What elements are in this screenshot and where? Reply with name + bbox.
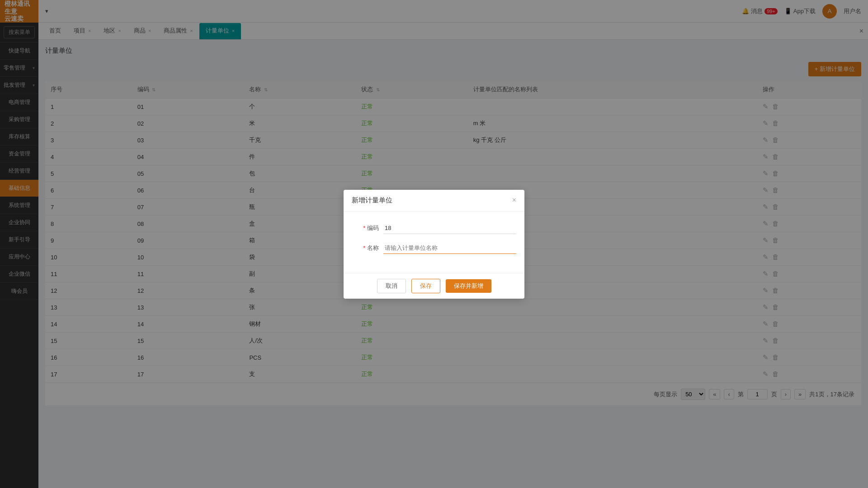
code-label: * 编码 xyxy=(352,224,383,232)
modal-overlay[interactable]: 新增计量单位 × * 编码 * 名称 取消 保存 保存并新增 xyxy=(0,0,868,488)
modal-close-button[interactable]: × xyxy=(512,196,516,204)
name-label: * 名称 xyxy=(352,244,383,252)
save-button[interactable]: 保存 xyxy=(411,279,440,293)
save-and-new-button[interactable]: 保存并新增 xyxy=(446,279,491,293)
modal-title: 新增计量单位 xyxy=(352,196,392,205)
cancel-button[interactable]: 取消 xyxy=(377,279,406,293)
name-required-mark: * xyxy=(363,244,365,251)
modal-body: * 编码 * 名称 xyxy=(344,211,524,273)
form-row-name: * 名称 xyxy=(352,242,516,254)
code-input[interactable] xyxy=(383,222,516,234)
code-required-mark: * xyxy=(363,225,365,231)
form-row-code: * 编码 xyxy=(352,222,516,234)
add-unit-modal: 新增计量单位 × * 编码 * 名称 取消 保存 保存并新增 xyxy=(344,190,524,299)
modal-header: 新增计量单位 × xyxy=(344,190,524,211)
modal-footer: 取消 保存 保存并新增 xyxy=(344,273,524,299)
code-label-text: 编码 xyxy=(367,225,379,231)
name-label-text: 名称 xyxy=(367,244,379,251)
name-input[interactable] xyxy=(383,242,516,254)
